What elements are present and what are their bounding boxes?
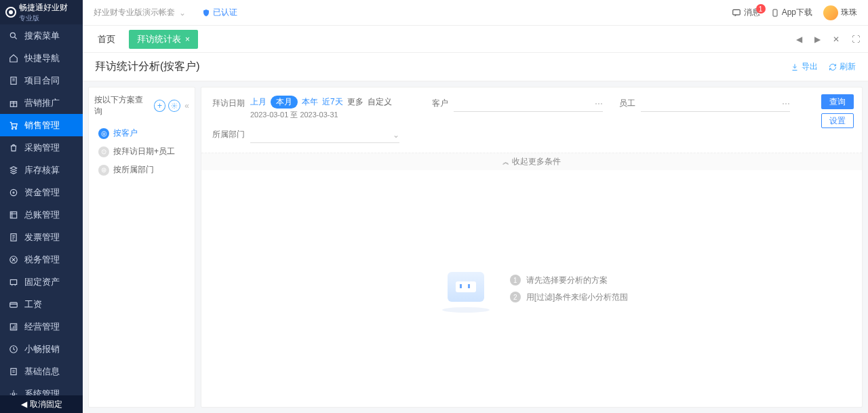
collapse-filters-button[interactable]: ︽ 收起更多条件 [201, 153, 862, 170]
scheme-icon: ⊙ [98, 146, 109, 157]
refresh-button[interactable]: 刷新 [829, 61, 856, 73]
sidebar: 畅捷通好业财 专业版 搜索菜单快捷导航项目合同营销推广销售管理采购管理库存核算资… [0, 0, 83, 413]
chevron-down-icon: ⌄ [393, 130, 399, 140]
page-header: 拜访统计分析(按客户) 导出 刷新 [83, 53, 868, 81]
hint-1: 请先选择要分析的方案 [526, 275, 608, 286]
scheme-item-label: 按客户 [113, 127, 138, 139]
expense-icon [8, 344, 19, 355]
info-icon [8, 366, 19, 377]
account-selector[interactable]: 好业财专业版演示帐套 [94, 7, 175, 18]
brand-edition: 专业版 [19, 14, 68, 23]
sys-icon [8, 389, 19, 396]
stack-icon [8, 165, 19, 176]
date-option[interactable]: 本月 [271, 96, 298, 109]
department-select[interactable]: ⌄ [250, 127, 399, 143]
app-download-label: App下载 [782, 7, 812, 18]
nav-item-biz[interactable]: 经营管理 [0, 315, 83, 338]
nav-item-label: 基础信息 [24, 366, 60, 378]
date-option[interactable]: 本年 [302, 96, 318, 108]
ellipsis-icon: ⋯ [782, 99, 790, 109]
nav-item-label: 发票管理 [24, 231, 60, 243]
scheme-item[interactable]: ◎按客户 [94, 124, 189, 142]
date-option[interactable]: 更多 [347, 96, 363, 108]
nav-item-label: 库存核算 [24, 164, 60, 176]
hint-row: 1 请先选择要分析的方案 [510, 275, 629, 286]
nav-item-pay[interactable]: 工资 [0, 293, 83, 315]
user-menu[interactable]: 珠珠 [823, 5, 857, 20]
gift-icon [8, 98, 19, 109]
scheme-settings-button[interactable] [168, 100, 180, 112]
nav-item-search[interactable]: 搜索菜单 [0, 24, 83, 47]
tabs-next-button[interactable]: ▶ [812, 33, 823, 45]
settings-button[interactable]: 设置 [821, 113, 854, 128]
collapse-label: 收起更多条件 [512, 156, 561, 168]
nav-item-label: 快捷导航 [24, 52, 60, 64]
close-icon[interactable]: × [185, 35, 190, 44]
nav-item-asset[interactable]: 固定资产 [0, 271, 83, 293]
nav-item-gift[interactable]: 营销推广 [0, 92, 83, 114]
nav-item-info[interactable]: 基础信息 [0, 360, 83, 382]
nav-item-doc[interactable]: 项目合同 [0, 69, 83, 92]
scheme-item[interactable]: ⊙按拜访日期+员工 [94, 142, 189, 161]
nav-item-bag[interactable]: 采购管理 [0, 136, 83, 159]
filter-date-label: 拜访日期 [212, 96, 250, 109]
invoice-icon [8, 232, 19, 243]
tab-visit-stats-label: 拜访统计表 [137, 33, 181, 45]
fullscreen-button[interactable]: ⛶ [849, 33, 863, 45]
scheme-panel: 按以下方案查询 + « ◎按客户⊙按拜访日期+员工⊛按所属部门 [88, 87, 195, 408]
nav-item-label: 营销推广 [24, 97, 60, 109]
messages-button[interactable]: 消息 1 [732, 7, 760, 18]
date-option[interactable]: 上月 [250, 96, 267, 108]
scheme-item[interactable]: ⊛按所属部门 [94, 161, 189, 179]
chat-icon [732, 8, 741, 18]
tabstrip: 首页 拜访统计表 × ◀ ▶ ✕ ⛶ [83, 26, 868, 53]
tab-visit-stats[interactable]: 拜访统计表 × [129, 30, 198, 49]
nav-item-coin[interactable]: 资金管理 [0, 181, 83, 203]
query-label: 查询 [829, 96, 846, 108]
nav-item-label: 小畅报销 [24, 343, 60, 355]
nav-item-label: 项目合同 [24, 75, 60, 87]
svg-rect-10 [10, 302, 18, 307]
tabs-close-all-button[interactable]: ✕ [830, 33, 842, 45]
svg-rect-9 [10, 279, 16, 284]
nav-item-label: 资金管理 [24, 186, 60, 199]
nav-item-ledger[interactable]: 总账管理 [0, 203, 83, 226]
filter-employee-label: 员工 [619, 96, 641, 109]
tax-icon [8, 254, 19, 265]
search-icon [8, 31, 19, 41]
nav-item-sys[interactable]: 系统管理 [0, 382, 83, 395]
date-option[interactable]: 近7天 [322, 96, 343, 108]
nav-item-stack[interactable]: 库存核算 [0, 159, 83, 181]
app-download-button[interactable]: App下载 [771, 7, 812, 18]
nav-item-invoice[interactable]: 发票管理 [0, 226, 83, 248]
settings-label: 设置 [829, 115, 846, 127]
employee-lookup[interactable]: ⋯ [641, 96, 790, 112]
scheme-add-button[interactable]: + [154, 100, 166, 112]
tabs-prev-button[interactable]: ◀ [793, 33, 805, 45]
export-button[interactable]: 导出 [791, 61, 818, 73]
customer-lookup[interactable]: ⋯ [454, 96, 603, 112]
export-icon [791, 63, 799, 71]
chevron-up-icon: ︽ [502, 157, 509, 167]
nav-item-expense[interactable]: 小畅报销 [0, 338, 83, 360]
cart-icon [8, 120, 19, 131]
phone-icon [771, 8, 779, 18]
verified-text: 已认证 [213, 7, 237, 18]
query-button[interactable]: 查询 [821, 94, 854, 109]
scheme-icon: ◎ [98, 128, 109, 139]
svg-point-14 [12, 393, 15, 395]
logo-icon [5, 7, 16, 18]
unpin-button[interactable]: ◀ 取消固定 [0, 395, 83, 413]
tab-home[interactable]: 首页 [90, 30, 123, 49]
nav-item-cart[interactable]: 销售管理 [0, 114, 83, 136]
nav-item-label: 搜索菜单 [24, 30, 60, 42]
ledger-icon [8, 210, 19, 220]
triangle-left-icon: ◀ [21, 399, 27, 409]
nav-item-home[interactable]: 快捷导航 [0, 47, 83, 69]
nav-item-tax[interactable]: 税务管理 [0, 248, 83, 271]
scheme-title: 按以下方案查询 [94, 94, 151, 117]
scheme-item-label: 按拜访日期+员工 [113, 146, 175, 157]
unpin-label: 取消固定 [30, 399, 62, 410]
scheme-collapse-button[interactable]: « [184, 101, 189, 111]
date-option[interactable]: 自定义 [368, 96, 392, 108]
